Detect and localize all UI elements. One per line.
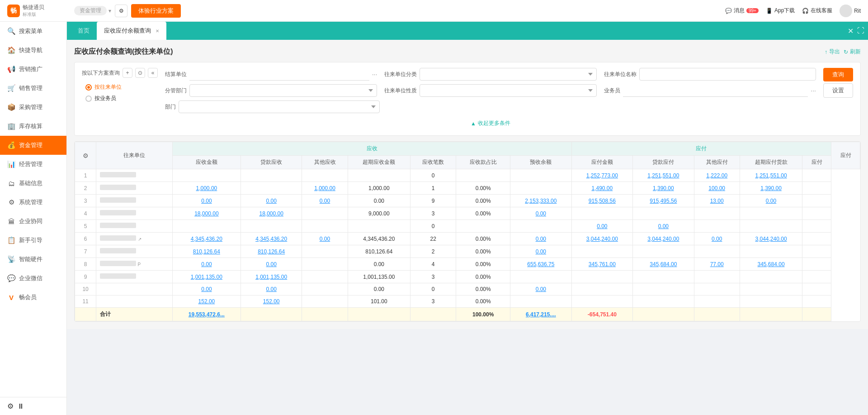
data-cell[interactable]: 1,390.00: [633, 182, 694, 195]
sidebar-item-quick-nav[interactable]: 🏠 快捷导航: [0, 41, 66, 60]
gear-button[interactable]: ⚙: [115, 5, 127, 17]
data-cell[interactable]: 0.00: [510, 233, 572, 245]
salesperson-input[interactable]: [623, 84, 808, 97]
data-cell[interactable]: 0.00: [571, 220, 633, 233]
sidebar-item-sales[interactable]: 🛒 销售管理: [0, 79, 66, 98]
solution-button[interactable]: 体验行业方案: [131, 4, 181, 18]
data-cell[interactable]: 0.00: [302, 195, 348, 207]
refresh-button[interactable]: ↻ 刷新: [844, 48, 861, 56]
partner-name-input[interactable]: [639, 68, 816, 81]
data-cell[interactable]: 1,252,773.00: [571, 169, 633, 182]
tab-query[interactable]: 应收应付余额查询 ✕: [97, 22, 166, 40]
data-cell[interactable]: 655,636.75: [510, 258, 572, 271]
data-cell[interactable]: 3,044,240.00: [740, 233, 802, 245]
data-cell[interactable]: 77.00: [694, 258, 740, 271]
data-cell[interactable]: 1,000.00: [302, 182, 348, 195]
collapse-sidebar-icon[interactable]: ⏸: [17, 402, 24, 410]
sidebar-item-smart-hw[interactable]: 📡 智能硬件: [0, 250, 66, 269]
data-cell[interactable]: 0.00: [172, 283, 241, 296]
data-cell[interactable]: 1,390.00: [740, 182, 802, 195]
app-download-button[interactable]: 📱 App下载: [766, 7, 795, 14]
department-select[interactable]: [179, 100, 380, 113]
data-cell[interactable]: 0.00: [241, 258, 302, 271]
data-cell[interactable]: 100.00: [694, 182, 740, 195]
data-cell[interactable]: 1,001,135.00: [241, 271, 302, 283]
sidebar-item-purchase[interactable]: 📦 采购管理: [0, 98, 66, 117]
settlement-unit-dots[interactable]: ···: [372, 71, 377, 78]
dept-incharge-select[interactable]: [189, 84, 377, 97]
settlement-unit-input[interactable]: [189, 68, 369, 81]
edit-condition-button[interactable]: ⊙: [135, 68, 145, 78]
messages-button[interactable]: 💬 消息 99+: [725, 7, 759, 14]
data-cell[interactable]: 810,126.64: [172, 245, 241, 258]
data-cell[interactable]: 0.00: [740, 195, 802, 207]
data-cell[interactable]: 2,153,333.00: [510, 195, 572, 207]
data-cell[interactable]: 915,508.56: [571, 195, 633, 207]
collapse-condition-button[interactable]: «: [148, 68, 158, 78]
system-icon: ⚙: [7, 198, 15, 206]
sidebar-item-finance[interactable]: 💰 资金管理: [0, 136, 66, 155]
sidebar-item-marketing[interactable]: 📢 营销推广: [0, 60, 66, 79]
sidebar-item-member[interactable]: V 畅会员: [0, 288, 66, 307]
query-button[interactable]: 查询: [823, 68, 853, 81]
data-cell[interactable]: 0.00: [510, 207, 572, 220]
partner-nature-select[interactable]: [420, 84, 596, 97]
col-settings-icon[interactable]: ⚙: [75, 142, 96, 169]
total-ar-amount[interactable]: 19,553,472,6...: [172, 308, 241, 321]
setting-button[interactable]: 设置: [823, 83, 853, 98]
data-cell[interactable]: 3,044,240.00: [571, 233, 633, 245]
data-cell[interactable]: 0.00: [241, 283, 302, 296]
sidebar-item-system[interactable]: ⚙ 系统管理: [0, 193, 66, 212]
data-cell[interactable]: 345,684.00: [740, 258, 802, 271]
add-condition-button[interactable]: +: [123, 68, 132, 78]
data-cell[interactable]: 810,126.64: [241, 245, 302, 258]
salesperson-dots[interactable]: ···: [811, 87, 816, 94]
online-service-button[interactable]: 🎧 在线客服: [802, 7, 832, 14]
data-cell[interactable]: 0.00: [510, 283, 572, 296]
sidebar-item-inventory[interactable]: 🏢 库存核算: [0, 117, 66, 136]
settings-bottom-icon[interactable]: ⚙: [7, 402, 14, 410]
data-cell[interactable]: 1,251,551.00: [633, 169, 694, 182]
tab-home[interactable]: 首页: [71, 22, 97, 40]
data-cell[interactable]: 1,222.00: [694, 169, 740, 182]
data-cell[interactable]: 0.00: [172, 258, 241, 271]
tab-close-icon[interactable]: ✕: [156, 29, 159, 33]
data-cell[interactable]: 4,345,436.20: [241, 233, 302, 245]
sidebar-item-basic-info[interactable]: 🗂 基础信息: [0, 174, 66, 193]
data-cell[interactable]: 152.00: [172, 296, 241, 308]
sidebar-item-enterprise[interactable]: 🏛 企业协同: [0, 212, 66, 231]
sidebar-item-search-menu[interactable]: 🔍 搜索菜单: [0, 22, 66, 41]
data-cell[interactable]: 1,000.00: [172, 182, 241, 195]
data-cell[interactable]: 0.00: [694, 233, 740, 245]
data-cell[interactable]: 0.00: [302, 233, 348, 245]
data-cell[interactable]: 1,490.00: [571, 182, 633, 195]
export-button[interactable]: ↑ 导出: [825, 48, 840, 56]
data-cell[interactable]: 3,044,240.00: [633, 233, 694, 245]
data-cell[interactable]: 1,001,135.00: [172, 271, 241, 283]
data-cell[interactable]: 0.00: [510, 245, 572, 258]
option-by-unit[interactable]: 按往来单位: [82, 81, 158, 93]
data-cell[interactable]: 915,495.56: [633, 195, 694, 207]
data-cell[interactable]: 18,000.00: [172, 207, 241, 220]
data-cell[interactable]: 13.00: [694, 195, 740, 207]
total-ar-prepay[interactable]: 6,417,215....: [510, 308, 572, 321]
col-ar-prepay: 预收余额: [510, 156, 572, 169]
user-profile[interactable]: Rit: [840, 5, 861, 17]
data-cell[interactable]: 18,000.00: [241, 207, 302, 220]
data-cell[interactable]: 345,684.00: [633, 258, 694, 271]
sidebar-item-guide[interactable]: 📋 新手引导: [0, 231, 66, 250]
data-cell[interactable]: 345,761.00: [571, 258, 633, 271]
data-cell[interactable]: 0.00: [172, 195, 241, 207]
option-by-staff[interactable]: 按业务员: [82, 93, 158, 104]
collapse-button[interactable]: ▲ 收起更多条件: [471, 117, 510, 130]
data-cell[interactable]: 4,345,436.20: [172, 233, 241, 245]
tab-expand-icon[interactable]: ⛶: [857, 27, 864, 35]
partner-category-select[interactable]: [420, 68, 596, 81]
data-cell[interactable]: 0.00: [633, 220, 694, 233]
tab-close-window-icon[interactable]: ✕: [848, 27, 854, 35]
data-cell[interactable]: 0.00: [241, 195, 302, 207]
data-cell[interactable]: 152.00: [241, 296, 302, 308]
data-cell[interactable]: 1,251,551.00: [740, 169, 802, 182]
sidebar-item-operations[interactable]: 📊 经营管理: [0, 155, 66, 174]
sidebar-item-wechat[interactable]: 💬 企业微信: [0, 269, 66, 288]
